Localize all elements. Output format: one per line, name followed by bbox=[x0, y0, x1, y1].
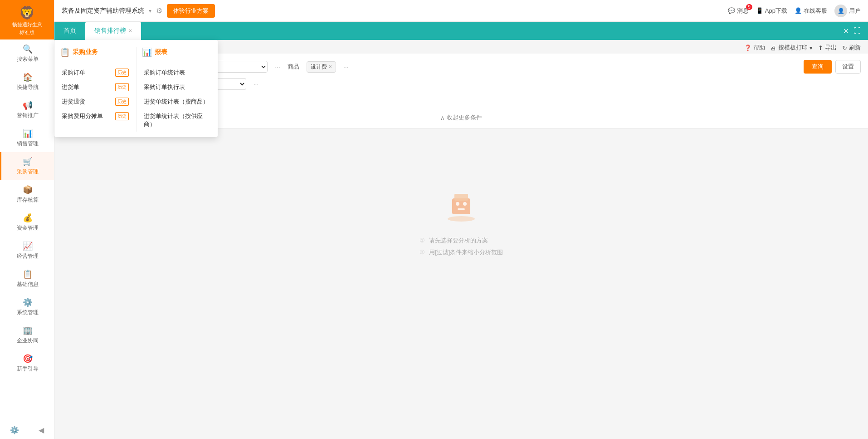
svg-point-3 bbox=[456, 202, 459, 206]
dropdown-item-order-stat[interactable]: 采购订单统计表 bbox=[142, 65, 213, 80]
marketing-icon: 📢 bbox=[23, 100, 33, 110]
help-button[interactable]: ❓ 帮助 bbox=[744, 44, 765, 52]
order-stat-label: 采购订单统计表 bbox=[144, 69, 185, 77]
app-download-button[interactable]: 📱 App下载 bbox=[756, 7, 787, 15]
sidebar-settings-icon[interactable]: ⚙️ bbox=[10, 426, 19, 434]
refresh-button[interactable]: ↻ 刷新 bbox=[842, 44, 861, 52]
sidebar-item-marketing[interactable]: 📢 营销推广 bbox=[0, 96, 54, 124]
empty-tips: ① 请先选择要分析的方案 ② 用[过滤]条件来缩小分析范围 bbox=[419, 235, 503, 258]
print-button[interactable]: 🖨 按模板打印 ▾ bbox=[770, 44, 813, 52]
guide-label: 新手引导 bbox=[17, 365, 39, 373]
marketing-label: 营销推广 bbox=[17, 112, 39, 119]
tab-home[interactable]: 首页 bbox=[54, 22, 85, 40]
tab-home-label: 首页 bbox=[63, 27, 76, 35]
goods-tag-remove[interactable]: × bbox=[329, 64, 332, 70]
export-button[interactable]: ⬆ 导出 bbox=[818, 44, 837, 52]
purchase-icon: 📋 bbox=[60, 47, 70, 57]
inventory-label: 库存核算 bbox=[17, 196, 39, 204]
export-icon: ⬆ bbox=[818, 44, 823, 51]
industry-button[interactable]: 体验行业方案 bbox=[167, 4, 215, 18]
user-button[interactable]: 👤 用户 bbox=[834, 5, 861, 17]
dropdown-item-order-exec[interactable]: 采购订单执行表 bbox=[142, 80, 213, 94]
sidebar-item-system[interactable]: ⚙️ 系统管理 bbox=[0, 293, 54, 321]
sidebar-collapse-icon[interactable]: ◀ bbox=[39, 426, 44, 434]
finance-icon: 💰 bbox=[23, 213, 33, 223]
sales-icon: 📊 bbox=[23, 128, 33, 138]
svg-point-0 bbox=[448, 216, 475, 222]
filter-actions: 查询 设置 bbox=[804, 60, 861, 74]
dropdown-col-purchase: 📋 采购业务 采购订单 历史 进货单 历史 进货退货 历史 采购费用分摊单 历史 bbox=[54, 47, 136, 132]
tab-sales-rank[interactable]: 销售排行榜 × bbox=[85, 22, 141, 40]
basic-icon: 📋 bbox=[23, 269, 33, 279]
dropdown-menu: 📋 采购业务 采购订单 历史 进货单 历史 进货退货 历史 采购费用分摊单 历史… bbox=[54, 40, 218, 137]
edition-label: 标准版 bbox=[20, 29, 34, 36]
operation-label: 经营管理 bbox=[17, 252, 39, 260]
empty-hint-1: ① 请先选择要分析的方案 bbox=[419, 235, 503, 247]
sidebar-item-guide[interactable]: 🎯 新手引导 bbox=[0, 349, 54, 377]
quick-nav-icon: 🏠 bbox=[23, 72, 33, 82]
sidebar-logo: 🦁 畅捷通好生意 标准版 bbox=[0, 0, 54, 39]
query-button[interactable]: 查询 bbox=[804, 60, 832, 74]
print-label: 按模板打印 bbox=[778, 44, 808, 52]
goods-more-icon[interactable]: ··· bbox=[343, 63, 349, 70]
dropdown-item-cost[interactable]: 采购费用分摊单 历史 bbox=[60, 109, 131, 123]
tab-close-icon[interactable]: × bbox=[129, 28, 132, 34]
print-icon: 🖨 bbox=[770, 44, 776, 51]
status-more-icon[interactable]: ··· bbox=[275, 63, 280, 70]
sidebar-bottom: ⚙️ ◀ bbox=[0, 421, 54, 439]
message-badge: 9 bbox=[746, 4, 752, 10]
quick-nav-label: 快捷导航 bbox=[17, 84, 39, 91]
message-button[interactable]: 💬 消息 9 bbox=[728, 7, 749, 15]
status-select[interactable] bbox=[213, 61, 268, 73]
tab-expand-button[interactable]: ⛶ bbox=[853, 27, 861, 35]
sidebar-item-purchase[interactable]: 🛒 采购管理 bbox=[0, 152, 54, 180]
tab-sales-rank-label: 销售排行榜 bbox=[94, 27, 126, 35]
dropdown-item-incoming[interactable]: 进货单 历史 bbox=[60, 80, 131, 94]
history-badge-3: 历史 bbox=[115, 112, 129, 120]
sidebar-item-search[interactable]: 🔍 搜索菜单 bbox=[0, 39, 54, 68]
system-title: 装备及固定资产辅助管理系统 bbox=[62, 7, 144, 15]
enterprise-label: 企业协同 bbox=[17, 337, 39, 345]
dropdown-item-incoming-stat-goods[interactable]: 进货单统计表（按商品） bbox=[142, 94, 213, 109]
dropdown-col2-header: 📊 报表 bbox=[142, 47, 213, 60]
logo-icon: 🦁 bbox=[19, 5, 35, 20]
enterprise-icon: 🏢 bbox=[23, 326, 33, 335]
dropdown-item-purchase-order[interactable]: 采购订单 历史 bbox=[60, 65, 131, 80]
online-service-label: 在线客服 bbox=[804, 7, 827, 15]
basic-label: 基础信息 bbox=[17, 281, 39, 288]
print-arrow-icon: ▾ bbox=[809, 44, 813, 51]
goods-tag-value: 设计费 bbox=[311, 63, 327, 71]
help-icon: ❓ bbox=[744, 44, 751, 51]
sidebar-item-finance[interactable]: 💰 资金管理 bbox=[0, 208, 54, 237]
sales-label: 销售管理 bbox=[17, 140, 39, 148]
user-label: 用户 bbox=[849, 7, 861, 15]
dropdown-arrow-icon[interactable]: ▾ bbox=[149, 8, 151, 14]
sidebar-item-enterprise[interactable]: 🏢 企业协同 bbox=[0, 321, 54, 349]
export-label: 导出 bbox=[825, 44, 837, 52]
setting-button[interactable]: 设置 bbox=[835, 60, 861, 74]
help-label: 帮助 bbox=[753, 44, 765, 52]
sidebar: 🦁 畅捷通好生意 标准版 🔍 搜索菜单 🏠 快捷导航 📢 营销推广 📊 销售管理… bbox=[0, 0, 54, 439]
sidebar-item-inventory[interactable]: 📦 库存核算 bbox=[0, 180, 54, 208]
svg-point-4 bbox=[463, 202, 467, 206]
svg-rect-1 bbox=[452, 198, 470, 214]
goods-label: 商品 bbox=[288, 63, 299, 71]
refresh-icon: ↻ bbox=[842, 44, 847, 51]
sidebar-item-operation[interactable]: 📈 经营管理 bbox=[0, 237, 54, 265]
collapse-label: 收起更多条件 bbox=[447, 113, 482, 122]
tab-close-button[interactable]: ✕ bbox=[843, 27, 849, 35]
empty-state: ① 请先选择要分析的方案 ② 用[过滤]条件来缩小分析范围 bbox=[54, 128, 868, 310]
history-badge-0: 历史 bbox=[115, 69, 129, 77]
salesman-more-icon[interactable]: ··· bbox=[254, 80, 259, 88]
online-service-button[interactable]: 👤 在线客服 bbox=[795, 7, 827, 15]
sidebar-item-quick-nav[interactable]: 🏠 快捷导航 bbox=[0, 68, 54, 96]
dropdown-item-return[interactable]: 进货退货 历史 bbox=[60, 94, 131, 109]
sidebar-item-basic[interactable]: 📋 基础信息 bbox=[0, 265, 54, 293]
tab-bar: 首页 销售排行榜 × ✕ ⛶ bbox=[54, 22, 868, 40]
dropdown-item-incoming-stat-supplier[interactable]: 进货单统计表（按供应商） bbox=[142, 109, 213, 132]
sidebar-item-sales[interactable]: 📊 销售管理 bbox=[0, 124, 54, 152]
header-gear-icon[interactable]: ⚙ bbox=[156, 6, 162, 15]
system-icon: ⚙️ bbox=[23, 297, 33, 307]
order-exec-label: 采购订单执行表 bbox=[144, 83, 185, 91]
dropdown-col-report: 📊 报表 采购订单统计表 采购订单执行表 进货单统计表（按商品） 进货单统计表（… bbox=[136, 47, 218, 132]
